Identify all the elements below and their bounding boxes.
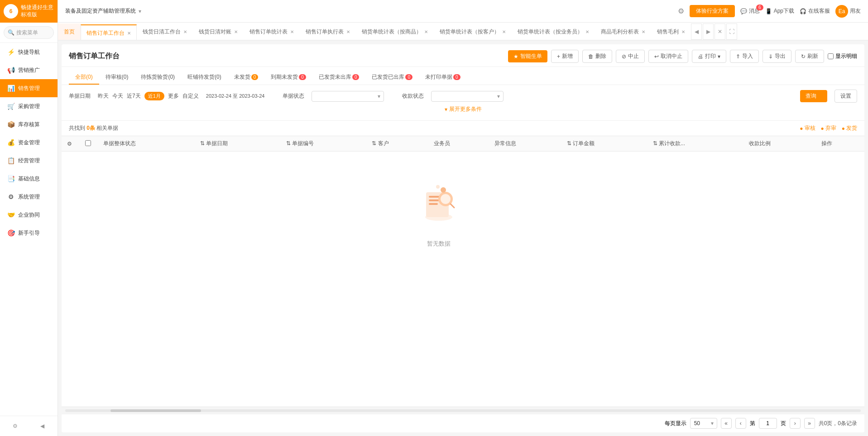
settings-gear-icon[interactable]: ⚙ (678, 7, 684, 15)
tab-close-all[interactable]: ✕ (715, 24, 725, 40)
message-btn[interactable]: 💬 消息 6 (740, 7, 760, 15)
tab-sales-exec[interactable]: 销售订单执行表 ✕ (300, 24, 356, 40)
app-download-btn[interactable]: 📱 App下载 (765, 7, 794, 15)
sidebar-item-system[interactable]: ⚙ 系统管理 (0, 188, 58, 206)
trial-btn[interactable]: 体验行业方案 (690, 5, 735, 17)
sub-tab-overdue[interactable]: 到期未发货0 (264, 71, 312, 85)
sidebar-item-guide[interactable]: 🎯 新手引导 (0, 224, 58, 242)
status-select[interactable] (312, 91, 384, 102)
tab-close-cash-daily[interactable]: ✕ (183, 29, 187, 34)
tab-cash-reconcile[interactable]: 钱货日清对账 ✕ (193, 24, 244, 40)
query-btn[interactable]: 查询 (800, 90, 827, 102)
sidebar-item-marketing[interactable]: 📢 营销推广 (0, 61, 58, 79)
date-opt-custom[interactable]: 自定义 (182, 92, 199, 100)
tab-close-cash-reconcile[interactable]: ✕ (234, 29, 238, 34)
tab-sales-workbench[interactable]: 销售订单工作台 ✕ (81, 24, 137, 41)
sidebar-item-operations[interactable]: 📋 经营管理 (0, 152, 58, 170)
sub-tab-shipped-not-out[interactable]: 已发货未出库0 (312, 71, 366, 85)
smart-create-btn[interactable]: ★ 智能生单 (508, 50, 547, 62)
sub-tab-all[interactable]: 全部(0) (69, 71, 99, 85)
next-page-btn[interactable]: › (790, 418, 801, 429)
tab-close-product-margin[interactable]: ✕ (642, 29, 645, 34)
cancel-suspend-btn[interactable]: ↩ 取消中止 (648, 50, 688, 63)
show-details-checkbox[interactable] (828, 53, 834, 59)
sidebar-item-basic-info[interactable]: 📑 基础信息 (0, 170, 58, 188)
col-exception[interactable]: 异常信息 (489, 136, 561, 152)
tab-close-sales-workbench[interactable]: ✕ (127, 31, 131, 36)
refresh-btn[interactable]: ↻ 刷新 (795, 50, 824, 63)
sidebar-item-sales[interactable]: 📊 销售管理 (0, 79, 58, 97)
tab-sales-by-customer[interactable]: 销货单统计表（按客户） ✕ (434, 24, 512, 40)
tab-cash-daily[interactable]: 钱货日清工作台 ✕ (137, 24, 193, 40)
add-btn[interactable]: + 新增 (551, 50, 579, 63)
tab-sales-more[interactable]: 销售毛利 ✕ (651, 24, 691, 40)
col-checkbox-header[interactable] (80, 136, 98, 152)
sidebar-item-quick-nav[interactable]: ⚡ 快捷导航 (0, 43, 58, 61)
scrollbar-track[interactable] (65, 409, 861, 412)
date-opt-today[interactable]: 今天 (112, 92, 123, 100)
sidebar-item-purchase[interactable]: 🛒 采购管理 (0, 97, 58, 115)
settings-filter-btn[interactable]: 设置 (834, 90, 857, 103)
tab-sales-stats[interactable]: 销售订单统计表 ✕ (244, 24, 300, 40)
tab-nav-next[interactable]: ▶ (703, 24, 714, 40)
scrollbar-thumb[interactable] (110, 409, 201, 412)
tab-close-sales-by-customer[interactable]: ✕ (502, 29, 506, 34)
settings-footer-btn[interactable]: ⚙ (4, 420, 27, 432)
col-settings[interactable]: ⚙ (62, 136, 80, 152)
sub-tab-not-shipped[interactable]: 未发货0 (228, 71, 265, 85)
table-scroll-area[interactable]: ⚙ 单据整体状态 ⇅ 单据日期 ⇅ 单据编号 (62, 136, 864, 407)
horizontal-scrollbar[interactable] (62, 407, 864, 414)
page-number-input[interactable] (759, 418, 777, 429)
col-status[interactable]: 单据整体状态 (98, 136, 195, 152)
col-amount[interactable]: ⇅ 订单金额 (561, 136, 647, 152)
tab-close-sales-exec[interactable]: ✕ (346, 29, 350, 34)
tab-close-sales-stats[interactable]: ✕ (290, 29, 294, 34)
tab-sales-by-staff[interactable]: 销货单统计表（按业务员） ✕ (512, 24, 595, 40)
sub-tab-pending-inspection[interactable]: 待拣货验货(0) (134, 71, 181, 85)
tab-close-sales-by-staff[interactable]: ✕ (585, 29, 589, 34)
suspend-btn[interactable]: ⊘ 中止 (616, 50, 645, 63)
delete-btn[interactable]: 🗑 删除 (582, 50, 612, 63)
tab-sales-by-product[interactable]: 销货单统计表（按商品） ✕ (356, 24, 434, 40)
online-service-btn[interactable]: 🎧 在线客服 (800, 7, 830, 15)
tab-home[interactable]: 首页 (58, 24, 81, 40)
first-page-btn[interactable]: « (721, 418, 732, 429)
user-menu-btn[interactable]: Ea 用友 (835, 5, 861, 18)
col-date[interactable]: ⇅ 单据日期 (195, 136, 281, 152)
sidebar-item-cooperation[interactable]: 🤝 企业协同 (0, 206, 58, 224)
select-all-checkbox[interactable] (85, 140, 91, 146)
import-btn[interactable]: ⇑ 导入 (730, 50, 759, 63)
col-collected[interactable]: ⇅ 累计收款... (647, 136, 743, 152)
tab-nav-prev[interactable]: ◀ (691, 24, 702, 40)
date-opt-7days[interactable]: 近7天 (127, 92, 141, 100)
search-menu-button[interactable]: 🔍 搜索菜单 (4, 26, 54, 39)
collapse-sidebar-btn[interactable]: ◀ (31, 420, 54, 432)
approve-action-btn[interactable]: ● 审核 (800, 124, 815, 132)
sub-tab-wangpu[interactable]: 旺铺待发货(0) (181, 71, 228, 85)
tab-maximize[interactable]: ⛶ (726, 24, 737, 40)
expand-filter-btn[interactable]: ▾ 展开更多条件 (445, 105, 482, 113)
prev-page-btn[interactable]: ‹ (735, 418, 746, 429)
sub-tab-shipped-out[interactable]: 已发货已出库0 (365, 71, 419, 85)
date-opt-more[interactable]: 更多 (168, 92, 179, 100)
col-number[interactable]: ⇅ 单据编号 (281, 136, 367, 152)
col-customer[interactable]: ⇅ 客户 (366, 136, 428, 152)
sub-tab-pending-review[interactable]: 待审核(0) (99, 71, 135, 85)
sidebar-item-finance[interactable]: 💰 资金管理 (0, 133, 58, 152)
sidebar-item-inventory[interactable]: 📦 库存核算 (0, 115, 58, 133)
tab-close-sales-by-product[interactable]: ✕ (424, 29, 428, 34)
date-opt-1month[interactable]: 近1月 (144, 92, 164, 100)
col-staff[interactable]: 业务员 (428, 136, 489, 152)
sub-tab-not-printed[interactable]: 未打印单据0 (419, 71, 467, 85)
ship-action-btn[interactable]: ● 发货 (842, 124, 857, 132)
show-details-toggle[interactable]: 显示明细 (828, 52, 857, 60)
cancel-approve-action-btn[interactable]: ● 弃审 (821, 124, 836, 132)
print-btn[interactable]: 🖨 打印 ▾ (692, 50, 726, 63)
col-ratio[interactable]: 收款比例 (743, 136, 816, 152)
export-btn[interactable]: ⇓ 导出 (762, 50, 791, 63)
date-opt-yesterday[interactable]: 昨天 (98, 92, 109, 100)
payment-select[interactable] (431, 91, 504, 102)
tab-close-sales-more[interactable]: ✕ (681, 29, 685, 34)
page-size-select[interactable]: 10 20 50 100 (690, 418, 717, 429)
last-page-btn[interactable]: » (804, 418, 815, 429)
